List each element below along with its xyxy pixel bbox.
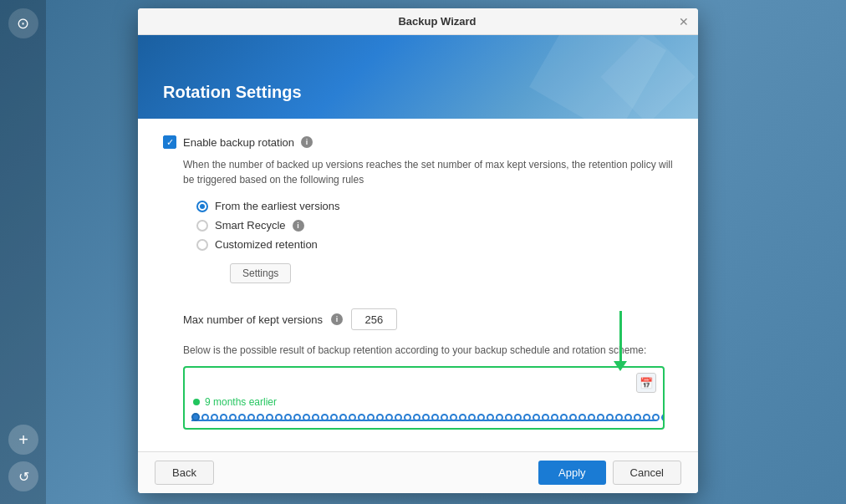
timeline-dot [376,414,384,421]
cancel-button[interactable]: Cancel [613,461,681,485]
timeline-dot [505,414,512,421]
smart-recycle-info-icon[interactable]: i [293,220,304,232]
radio-smart-recycle[interactable] [196,220,208,232]
timeline-dot [229,414,237,421]
timeline-start-dot [191,413,200,421]
timeline-dot [523,414,531,421]
timeline-dot [303,414,310,421]
timeline-dot [211,414,218,421]
timeline-dot [349,414,356,421]
timeline-dot [220,414,227,421]
timeline-dot [275,414,283,421]
timeline-dot [597,414,604,421]
green-dot-icon [193,399,200,405]
timeline-header: 📅 [185,368,663,396]
footer-left: Back [155,461,214,485]
radio-customized-label: Customized retention [215,238,318,251]
settings-button[interactable]: Settings [230,263,291,283]
timeline-dot [413,414,420,421]
timeline-dot [385,414,393,421]
enable-rotation-label: Enable backup rotation [183,136,294,149]
timeline-dot [330,414,338,421]
timeline-box: 📅 9 months earlier [183,366,665,430]
timeline-dot [514,414,522,421]
content-area: ✓ Enable backup rotation i When the numb… [138,119,698,451]
timeline-dot [560,414,568,421]
timeline-dot [339,414,347,421]
checkmark-icon: ✓ [166,137,174,148]
timeline-dot [441,414,448,421]
back-button[interactable]: Back [155,461,214,485]
timeline-dot [431,414,439,421]
timeline-dot [284,414,292,421]
timeline-dot [266,414,273,421]
footer-right: Apply Cancel [538,461,681,485]
timeline-dot [247,414,255,421]
below-description: Below is the possible result of backup r… [183,343,673,358]
calendar-icon-button[interactable]: 📅 [636,373,656,393]
desktop: ⊙ + ↺ Backup Wizard ✕ Rotation Settings [0,0,846,504]
timeline-track [185,411,663,428]
max-versions-info-icon[interactable]: i [331,313,343,325]
dialog-window: Backup Wizard ✕ Rotation Settings ✓ Enab… [138,8,698,493]
timeline-dot [367,414,375,421]
max-versions-input[interactable] [351,308,397,330]
header-banner: Rotation Settings [138,35,698,119]
timeline-dots-row [191,413,656,421]
radio-row-smart-recycle[interactable]: Smart Recycle i [196,219,673,232]
timeline-dot [404,414,411,421]
retention-policy-radio-group: From the earliest versions Smart Recycle… [196,200,673,251]
timeline-dot [643,414,650,421]
timeline-dot [293,414,301,421]
timeline-dot [257,414,264,421]
add-button[interactable]: + [8,425,38,455]
timeline-dot [551,414,558,421]
radio-earliest-label: From the earliest versions [215,200,340,212]
timeline-dot [624,414,632,421]
timeline-dot [578,414,586,421]
rotation-description: When the number of backed up versions re… [183,157,673,187]
radio-customized[interactable] [196,239,208,251]
radio-smart-recycle-label: Smart Recycle [215,219,286,232]
max-versions-row: Max number of kept versions i [183,308,673,330]
apply-button[interactable]: Apply [538,461,606,485]
window-title: Backup Wizard [196,15,678,28]
timeline-dot [634,414,641,421]
timeline-dot [606,414,614,421]
timeline-dot [312,414,319,421]
timeline-dot [661,414,665,421]
enable-rotation-info-icon[interactable]: i [301,136,313,148]
timeline-dot [615,414,623,421]
enable-rotation-row: ✓ Enable backup rotation i [163,135,673,149]
window-controls: ✕ [678,16,690,28]
timeline-dot [395,414,402,421]
timeline-dot [358,414,365,421]
timeline-dot [468,414,476,421]
green-arrow-indicator [614,311,627,371]
timeline-dot [533,414,540,421]
radio-row-earliest[interactable]: From the earliest versions [196,200,673,212]
title-bar: Backup Wizard ✕ [138,8,698,35]
radio-earliest[interactable] [196,201,208,212]
arrow-head [614,361,627,371]
timeline-dot [477,414,485,421]
timeline-dot [569,414,577,421]
timeline-dot [487,414,494,421]
timeline-dot [450,414,457,421]
radio-row-customized[interactable]: Customized retention [196,238,673,251]
timeline-dot [201,414,209,421]
timeline-dot [542,414,549,421]
timeline-dot [459,414,466,421]
timeline-dot [652,414,660,421]
app-logo-icon[interactable]: ⊙ [8,8,38,38]
timeline-dot [422,414,430,421]
page-title: Rotation Settings [163,83,302,102]
history-button[interactable]: ↺ [8,461,38,491]
window-close-button[interactable]: ✕ [678,16,690,28]
dialog-footer: Back Apply Cancel [138,451,698,493]
max-versions-label: Max number of kept versions [183,313,323,326]
timeline-dot [588,414,595,421]
timeline-label: 9 months earlier [185,396,663,411]
timeline-dot [238,414,246,421]
enable-rotation-checkbox[interactable]: ✓ [163,135,176,149]
